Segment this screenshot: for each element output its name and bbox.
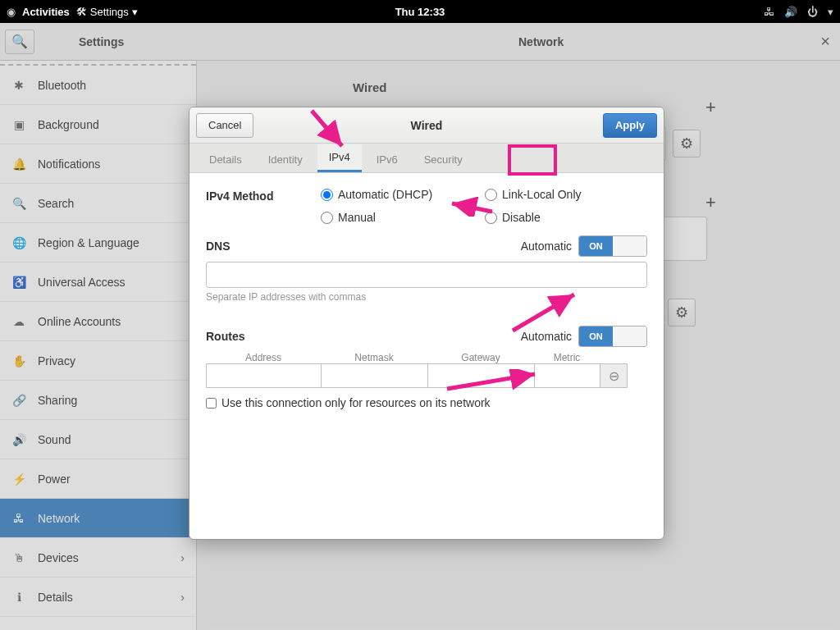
sidebar-item-label: Notifications bbox=[38, 158, 100, 171]
cancel-button[interactable]: Cancel bbox=[196, 113, 253, 138]
close-button[interactable]: × bbox=[820, 32, 830, 51]
sidebar-item-label: Search bbox=[38, 197, 74, 210]
sidebar-item-label: Devices bbox=[38, 551, 79, 564]
ipv4-method-manual[interactable]: Manual bbox=[321, 211, 485, 224]
sidebar-item-label: Background bbox=[38, 118, 99, 131]
connection-editor-dialog: Cancel Wired Apply DetailsIdentityIPv4IP… bbox=[189, 107, 664, 540]
route-metric-input[interactable] bbox=[534, 363, 600, 388]
toggle-on-label: ON bbox=[579, 326, 613, 346]
tab-details[interactable]: Details bbox=[198, 147, 253, 172]
radio-disable[interactable] bbox=[485, 212, 497, 224]
sidebar-icon: ▣ bbox=[11, 118, 26, 131]
chevron-down-icon[interactable]: ▾ bbox=[828, 6, 833, 18]
ipv4-method-disable[interactable]: Disable bbox=[485, 211, 632, 224]
routes-section-label: Routes bbox=[206, 330, 244, 343]
app-menu[interactable]: 🛠 Settings ▾ bbox=[76, 6, 138, 18]
ipv4-method-linklocal[interactable]: Link-Local Only bbox=[485, 188, 632, 201]
sidebar-item-sound[interactable]: 🔊Sound bbox=[0, 420, 196, 459]
app-menu-label: Settings bbox=[90, 6, 129, 18]
routes-only-resources-checkbox[interactable]: Use this connection only for resources o… bbox=[206, 396, 647, 409]
sidebar-item-notifications[interactable]: 🔔Notifications bbox=[0, 144, 196, 184]
checkbox[interactable] bbox=[206, 398, 217, 409]
radio-manual[interactable] bbox=[321, 212, 333, 224]
clock[interactable]: Thu 12:33 bbox=[395, 6, 445, 18]
chevron-down-icon: ▾ bbox=[132, 6, 138, 18]
route-netmask-input[interactable] bbox=[321, 363, 428, 388]
sidebar-item-universal-access[interactable]: ♿Universal Access bbox=[0, 262, 196, 302]
ipv4-tab-body: IPv4 Method Automatic (DHCP) Link-Local … bbox=[189, 173, 664, 424]
dialog-title: Wired bbox=[411, 119, 443, 132]
dns-servers-input[interactable] bbox=[206, 262, 647, 288]
sidebar-item-privacy[interactable]: ✋Privacy bbox=[0, 341, 196, 381]
sidebar-item-bluetooth[interactable]: ✱Bluetooth bbox=[0, 66, 196, 105]
sidebar-item-region-language[interactable]: 🌐Region & Language bbox=[0, 223, 196, 262]
sidebar-icon: 🔗 bbox=[11, 394, 26, 407]
sidebar-icon: ℹ bbox=[11, 591, 26, 604]
tab-ipv4[interactable]: IPv4 bbox=[317, 144, 362, 172]
wired-section-title: Wired bbox=[353, 80, 807, 94]
chevron-right-icon: › bbox=[180, 551, 185, 564]
tab-identity[interactable]: Identity bbox=[257, 147, 314, 172]
dns-automatic-label: Automatic bbox=[521, 240, 572, 253]
sidebar-item-sharing[interactable]: 🔗Sharing bbox=[0, 381, 196, 420]
sidebar-item-power[interactable]: ⚡Power bbox=[0, 459, 196, 499]
sidebar-item-details[interactable]: ℹDetails› bbox=[0, 578, 196, 617]
wired-settings-button[interactable]: ⚙ bbox=[673, 130, 701, 158]
sidebar-item-label: Sharing bbox=[38, 394, 77, 407]
tab-ipv6[interactable]: IPv6 bbox=[365, 147, 409, 172]
settings-sidebar: ✱Bluetooth▣Background🔔Notifications🔍Sear… bbox=[0, 61, 197, 630]
sidebar-item-devices[interactable]: 🖱Devices› bbox=[0, 538, 196, 578]
route-gateway-input[interactable] bbox=[427, 363, 535, 388]
power-icon[interactable]: ⏻ bbox=[807, 6, 818, 18]
radio-linklocal[interactable] bbox=[485, 189, 497, 201]
tab-security[interactable]: Security bbox=[413, 147, 474, 172]
add-wired-button[interactable]: + bbox=[705, 97, 716, 118]
dialog-tabs: DetailsIdentityIPv4IPv6Security bbox=[189, 144, 664, 173]
sidebar-item-label: Region & Language bbox=[38, 236, 139, 249]
route-delete-button[interactable]: ⊖ bbox=[600, 363, 628, 388]
search-button[interactable]: 🔍 bbox=[5, 30, 34, 54]
page-title: Network bbox=[518, 35, 564, 48]
dns-hint: Separate IP addresses with commas bbox=[206, 291, 647, 303]
routes-header-netmask: Netmask bbox=[321, 352, 427, 363]
proxy-settings-button[interactable]: ⚙ bbox=[668, 299, 696, 326]
sidebar-item-label: Power bbox=[38, 472, 71, 486]
route-address-input[interactable] bbox=[206, 363, 322, 388]
toggle-off-half bbox=[613, 326, 646, 346]
dns-section-label: DNS bbox=[206, 240, 231, 253]
sidebar-item-online-accounts[interactable]: ☁Online Accounts bbox=[0, 302, 196, 341]
sidebar-item-background[interactable]: ▣Background bbox=[0, 105, 196, 144]
sidebar-icon: 🖧 bbox=[11, 512, 26, 525]
sidebar-icon: 🔍 bbox=[11, 197, 26, 210]
dns-automatic-toggle[interactable]: ON bbox=[578, 235, 647, 257]
activities-button[interactable]: Activities bbox=[22, 6, 70, 18]
apply-button[interactable]: Apply bbox=[603, 113, 657, 138]
sidebar-item-search[interactable]: 🔍Search bbox=[0, 184, 196, 223]
toggle-off-half bbox=[613, 236, 646, 256]
settings-window-header: 🔍 Settings Network × bbox=[0, 23, 840, 61]
sidebar-icon: ✋ bbox=[11, 354, 26, 368]
sidebar-item-label: Sound bbox=[38, 433, 71, 446]
ipv4-method-auto[interactable]: Automatic (DHCP) bbox=[321, 188, 485, 201]
sidebar-item-label: Network bbox=[38, 512, 80, 525]
sidebar-icon: 🔔 bbox=[11, 158, 26, 171]
sidebar-item-label: Bluetooth bbox=[38, 79, 86, 92]
sidebar-item-label: Universal Access bbox=[38, 276, 126, 289]
radio-auto[interactable] bbox=[321, 189, 333, 201]
sidebar-item-network[interactable]: 🖧Network bbox=[0, 499, 196, 538]
sidebar-icon: ♿ bbox=[11, 276, 26, 289]
routes-automatic-label: Automatic bbox=[521, 330, 572, 343]
ipv4-method-label: IPv4 Method bbox=[206, 188, 321, 203]
radio-auto-label: Automatic (DHCP) bbox=[338, 188, 432, 201]
routes-header-address: Address bbox=[206, 352, 321, 363]
chevron-right-icon: › bbox=[180, 591, 185, 604]
sidebar-icon: 🖱 bbox=[11, 551, 26, 564]
add-vpn-button[interactable]: + bbox=[705, 192, 716, 213]
sidebar-title: Settings bbox=[79, 35, 124, 48]
routes-automatic-toggle[interactable]: ON bbox=[578, 326, 647, 347]
routes-header-metric: Metric bbox=[534, 352, 600, 363]
sidebar-item-label: Details bbox=[38, 591, 73, 604]
network-status-icon[interactable]: 🖧 bbox=[764, 6, 774, 18]
volume-icon[interactable]: 🔊 bbox=[784, 6, 797, 18]
sidebar-icon: 🌐 bbox=[11, 236, 26, 249]
